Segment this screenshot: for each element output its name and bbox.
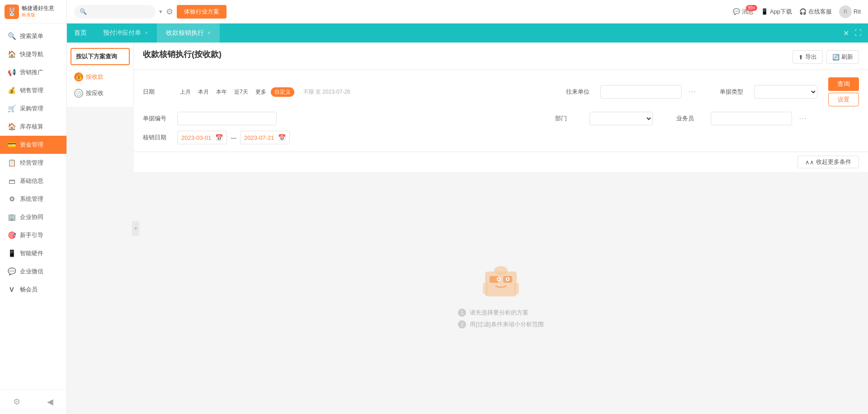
tab-collection[interactable]: 收款核销执行 × bbox=[157, 24, 220, 43]
sidebar-item-wechat[interactable]: 💬企业微信 bbox=[0, 262, 66, 281]
wechat-icon: 💬 bbox=[7, 267, 16, 276]
gear-icon[interactable]: ⚙ bbox=[166, 7, 173, 17]
sidebar-item-fund[interactable]: 💳资金管理 bbox=[0, 136, 66, 154]
online-service-btn[interactable]: 🎧 在线客服 bbox=[799, 8, 832, 16]
top-header: 🔍 ▾ ⚙ 体验行业方案 💬 消息 99+ 📱 App下载 🎧 在线客服 R R bbox=[67, 0, 868, 24]
tab-prepay-close[interactable]: × bbox=[145, 30, 148, 36]
export-btn[interactable]: ⬆ 导出 bbox=[793, 50, 823, 64]
svg-point-9 bbox=[507, 278, 509, 280]
collapse-up-icon: ∧∧ bbox=[805, 159, 814, 166]
header-dropdown[interactable]: ▾ bbox=[159, 8, 162, 15]
verify-date-start-input[interactable]: 2023-03-01 📅 bbox=[177, 131, 227, 144]
date-btn-last-month[interactable]: 上月 bbox=[177, 87, 193, 97]
counterparty-label: 往来单位 bbox=[566, 88, 593, 96]
header-left: 🔍 ▾ ⚙ 体验行业方案 bbox=[74, 5, 226, 19]
tab-expand-icon[interactable]: ⛶ bbox=[852, 27, 864, 39]
filter-option-by-receipt[interactable]: 💰 按收款 bbox=[67, 69, 133, 85]
staff-dots[interactable]: ··· bbox=[799, 114, 807, 123]
ops-icon: 📋 bbox=[7, 158, 16, 167]
logo-icon: 🐰 bbox=[5, 5, 19, 19]
quick-nav-icon: 🏠 bbox=[7, 50, 16, 59]
date-options: 上月 本月 本年 近7天 更多 自定义 bbox=[177, 87, 294, 97]
calendar-end-icon: 📅 bbox=[278, 134, 286, 141]
date-btn-7days[interactable]: 近7天 bbox=[231, 87, 251, 97]
sidebar-item-smart-hw[interactable]: 📱智能硬件 bbox=[0, 244, 66, 262]
collapse-more-btn[interactable]: ∧∧ 收起更多条件 bbox=[797, 156, 859, 168]
sidebar-item-purchase[interactable]: 🛒采购管理 bbox=[0, 100, 66, 118]
app-download-btn[interactable]: 📱 App下载 bbox=[761, 8, 792, 16]
page-header-bar: 收款核销执行(按收款) ⬆ 导出 🔄 刷新 bbox=[134, 43, 868, 70]
filter-option-by-receivable[interactable]: 🕐 按应收 bbox=[67, 85, 133, 101]
empty-tip-2: 2 用[过滤]条件来缩小分析范围 bbox=[458, 320, 543, 328]
voucher-type-select[interactable] bbox=[754, 85, 817, 99]
counterparty-dots[interactable]: ··· bbox=[689, 88, 696, 96]
verify-date-group: 2023-03-01 📅 — 2023-07-21 📅 bbox=[177, 131, 290, 144]
empty-illustration bbox=[474, 258, 528, 303]
date-label: 日期 bbox=[143, 88, 170, 96]
sys-icon: ⚙ bbox=[7, 195, 16, 204]
content-area: 按以下方案查询 💰 按收款 🕐 按应收 » 收款核销执行(按收款) ⬆ bbox=[67, 43, 868, 414]
marketing-icon: 📢 bbox=[7, 68, 16, 77]
empty-tip-1: 1 请先选择要分析的方案 bbox=[458, 309, 543, 317]
sidebar-item-base[interactable]: 🗃基础信息 bbox=[0, 172, 66, 190]
svg-rect-3 bbox=[483, 283, 488, 294]
dept-select[interactable] bbox=[590, 112, 653, 125]
date-btn-custom[interactable]: 自定义 bbox=[271, 87, 294, 97]
query-filter-form: 日期 上月 本月 本年 近7天 更多 自定义 不限 至 2023-07-26 往… bbox=[134, 70, 868, 152]
filter-panel-collapse[interactable]: » bbox=[132, 221, 139, 236]
message-btn[interactable]: 💬 消息 99+ bbox=[733, 8, 754, 16]
sidebar-item-ops[interactable]: 📋经营管理 bbox=[0, 154, 66, 172]
sidebar-item-inventory[interactable]: 🏠库存核算 bbox=[0, 118, 66, 136]
filter-panel-title: 按以下方案查询 bbox=[71, 48, 130, 65]
sidebar-collapse-btn[interactable]: ◀ bbox=[44, 394, 56, 409]
search-bar[interactable]: 🔍 bbox=[74, 5, 156, 19]
svg-rect-4 bbox=[514, 283, 519, 294]
sidebar-item-quick-nav[interactable]: 🏠快捷导航 bbox=[0, 45, 66, 63]
filter-row-2: 单据编号 部门 业务员 ··· bbox=[143, 112, 859, 125]
empty-tips: 1 请先选择要分析的方案 2 用[过滤]条件来缩小分析范围 bbox=[458, 309, 543, 328]
message-icon: 💬 bbox=[733, 8, 740, 15]
main-content: 收款核销执行(按收款) ⬆ 导出 🔄 刷新 日期 bbox=[134, 43, 868, 414]
search-menu-icon: 🔍 bbox=[7, 32, 16, 41]
service-icon: 🎧 bbox=[799, 8, 807, 15]
svg-point-7 bbox=[498, 278, 500, 280]
refresh-btn[interactable]: 🔄 刷新 bbox=[826, 50, 859, 64]
sidebar-item-sys[interactable]: ⚙系统管理 bbox=[0, 190, 66, 208]
tab-collection-close[interactable]: × bbox=[208, 30, 211, 36]
counterparty-input[interactable] bbox=[600, 85, 682, 99]
sidebar-item-search-menu[interactable]: 🔍搜索菜单 bbox=[0, 27, 66, 45]
logo-sub: 标准版 bbox=[22, 12, 54, 18]
sidebar-item-sales[interactable]: 💰销售管理 bbox=[0, 81, 66, 100]
svg-rect-0 bbox=[485, 271, 517, 296]
sidebar-nav: 🔍搜索菜单 🏠快捷导航 📢营销推广 💰销售管理 🛒采购管理 🏠库存核算 💳资金管… bbox=[0, 24, 66, 389]
date-btn-more[interactable]: 更多 bbox=[253, 87, 269, 97]
query-btn[interactable]: 查询 bbox=[828, 77, 859, 91]
export-icon: ⬆ bbox=[798, 54, 803, 61]
settings-btn[interactable]: 设置 bbox=[828, 93, 859, 106]
tab-close-icon[interactable]: ✕ bbox=[840, 27, 852, 39]
sidebar-item-vip[interactable]: V畅会员 bbox=[0, 281, 66, 299]
industry-solution-btn[interactable]: 体验行业方案 bbox=[177, 5, 226, 19]
sidebar-item-marketing[interactable]: 📢营销推广 bbox=[0, 63, 66, 81]
calendar-start-icon: 📅 bbox=[215, 134, 223, 141]
sidebar-settings-btn[interactable]: ⚙ bbox=[10, 394, 23, 409]
voucher-type-label: 单据类型 bbox=[720, 88, 747, 96]
tab-prepay[interactable]: 预付冲应付单 × bbox=[94, 24, 157, 43]
svg-point-5 bbox=[494, 266, 508, 275]
user-info[interactable]: R Rit bbox=[839, 5, 861, 18]
sidebar-item-beginner[interactable]: 🎯新手引导 bbox=[0, 226, 66, 244]
app-icon: 📱 bbox=[761, 8, 768, 15]
date-btn-this-month[interactable]: 本月 bbox=[195, 87, 212, 97]
sidebar-item-corp[interactable]: 🏢企业协同 bbox=[0, 208, 66, 226]
main-area: 🔍 ▾ ⚙ 体验行业方案 💬 消息 99+ 📱 App下载 🎧 在线客服 R R bbox=[67, 0, 868, 414]
date-btn-this-year[interactable]: 本年 bbox=[213, 87, 230, 97]
date-range-text: 不限 至 2023-07-26 bbox=[303, 88, 350, 96]
receivable-icon: 🕐 bbox=[74, 89, 83, 98]
staff-input[interactable] bbox=[711, 112, 792, 125]
verify-date-end-input[interactable]: 2023-07-21 📅 bbox=[240, 131, 290, 144]
filter-row-1: 日期 上月 本月 本年 近7天 更多 自定义 不限 至 2023-07-26 往… bbox=[143, 77, 859, 106]
verify-date-label: 核销日期 bbox=[143, 133, 170, 142]
tab-home[interactable]: 首页 bbox=[67, 24, 94, 43]
voucher-no-input[interactable] bbox=[177, 112, 277, 125]
corp-icon: 🏢 bbox=[7, 213, 16, 222]
